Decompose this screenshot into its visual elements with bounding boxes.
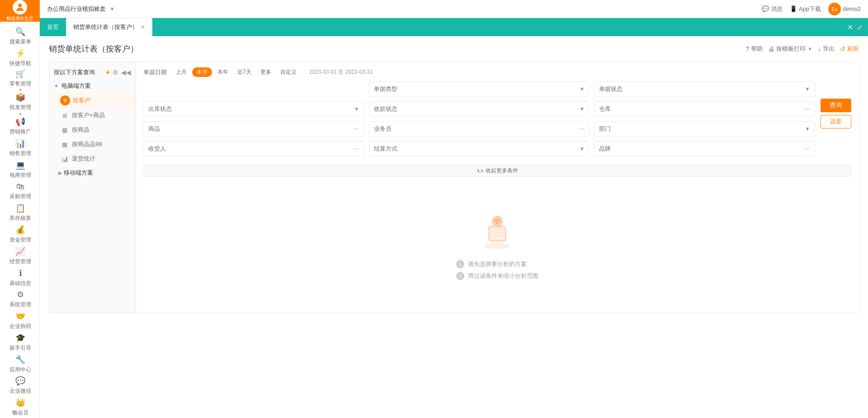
mobile-group-header[interactable]: ▶ 移动端方案	[49, 166, 136, 180]
sidebar-item-label: 系统管理	[9, 301, 31, 309]
sidebar-item-marketing[interactable]: 📢 营销推广	[0, 116, 40, 138]
sidebar-item-basic[interactable]: ℹ 基础信息	[0, 267, 40, 289]
topbar: 办公用品行业模拟账套 ▼ 💬 消息 📱 App下载 Ea demo2	[40, 0, 868, 18]
tab-close-icon[interactable]: ✕	[141, 24, 145, 30]
topbar-right: 💬 消息 📱 App下载 Ea demo2	[762, 3, 861, 15]
add-scheme-button[interactable]: +	[106, 68, 110, 76]
sidebar-item-quick-nav[interactable]: ⚡ 快捷导航	[0, 47, 40, 69]
template-print-button[interactable]: 🖨 按模板打印 ▼	[768, 45, 812, 53]
print-dropdown-icon[interactable]: ▼	[807, 46, 812, 52]
date-tab-custom[interactable]: 自定义	[277, 67, 300, 77]
settings-scheme-icon[interactable]: ⚙	[113, 69, 118, 76]
filter-warehouse[interactable]: 仓库 ···	[594, 101, 815, 117]
date-tabs: 上月 本月 本年 近7天 更多 自定义	[172, 67, 300, 77]
scheme-by-product-99[interactable]: ▦ 按商品品99	[49, 137, 136, 152]
date-tab-this-month[interactable]: 本月	[192, 67, 212, 77]
sidebar-item-newbie[interactable]: 🎓 新手引导	[0, 332, 40, 353]
tabbar: 首页 销货单统计表（按客户） ✕ ✕ ⤢	[40, 18, 868, 36]
dropdown-arrow-icon[interactable]: ▼	[109, 6, 115, 12]
message-button[interactable]: 💬 消息	[762, 5, 783, 13]
sidebar-item-ecommerce[interactable]: 💻 电商管理	[0, 159, 40, 180]
sidebar-item-search[interactable]: 🔍 搜索菜单	[0, 25, 40, 47]
help-label: 帮助	[751, 45, 763, 53]
brand-dots-icon[interactable]: ···	[804, 145, 810, 153]
filter-delivery-status[interactable]: 出库状态 ▼	[143, 101, 364, 117]
filter-salesperson[interactable]: 业务员 ···	[369, 121, 590, 137]
help-button[interactable]: ? 帮助	[745, 45, 763, 53]
sidebar-item-finance[interactable]: 💰 资金管理	[0, 223, 40, 245]
filter-brand[interactable]: 品牌 ···	[594, 141, 815, 157]
scheme-by-customer[interactable]: 客 按客户	[49, 93, 136, 108]
close-window-icon[interactable]: ✕	[847, 23, 853, 32]
scheme-return-stats[interactable]: 📊 退货统计	[49, 152, 136, 166]
consignee-dots-icon[interactable]: ···	[353, 145, 359, 153]
sidebar-item-purchase[interactable]: 🛍 采购管理	[0, 180, 40, 202]
sidebar-logo[interactable]: 畅捷通好生意	[0, 0, 40, 22]
receipt-status-dropdown[interactable]: ▼	[398, 106, 585, 112]
tip-2-number: 2	[456, 272, 464, 280]
sidebar-item-appstore[interactable]: 🔧 应用中心	[0, 353, 40, 375]
home-tab-label: 首页	[47, 23, 59, 31]
empty-tips-container: 1 请先选择要分析的方案 2 用过滤条件来缩小分析范围	[456, 260, 538, 280]
sidebar-item-operations[interactable]: 📈 经营管理	[0, 245, 40, 267]
filter-payment-method[interactable]: 结算方式 ▼	[369, 141, 590, 157]
date-tab-this-year[interactable]: 本年	[214, 67, 232, 77]
filter-consignee[interactable]: 收货人 ···	[143, 141, 364, 157]
sidebar-item-system[interactable]: ⚙ 系统管理	[0, 289, 40, 310]
delivery-status-arrow-icon: ▼	[354, 106, 359, 112]
page-title-text: 销货单统计表（按客户）	[49, 43, 138, 54]
delivery-status-dropdown[interactable]: ▼	[173, 106, 359, 112]
sidebar-item-sales[interactable]: 📊 销售管理	[0, 137, 40, 159]
scheme-by-product[interactable]: ▦ 按商品	[49, 123, 136, 137]
sidebar-item-inventory[interactable]: 📋 库存核算	[0, 202, 40, 224]
order-type-dropdown[interactable]: ▼	[398, 86, 585, 92]
avatar: Ea	[828, 3, 841, 15]
order-status-dropdown[interactable]: ▼	[623, 86, 810, 92]
filter-order-status[interactable]: 单据状态 ▼	[594, 81, 815, 97]
sidebar-item-wholesale[interactable]: 📦 批发管理 ▲	[0, 92, 40, 116]
app-download-button[interactable]: 📱 App下载	[790, 5, 821, 13]
settings-button[interactable]: 设置	[821, 115, 851, 128]
desktop-scheme-group: ▼ 电脑端方案 客 按客户 ⊞ 按客户+商品 ▦ 按商品	[49, 79, 136, 166]
warehouse-dots-icon[interactable]: ···	[804, 105, 810, 113]
svg-point-5	[495, 219, 497, 221]
product-dots-icon[interactable]: ···	[353, 125, 359, 133]
filter-department[interactable]: 部门 ▼	[594, 121, 815, 137]
account-selector[interactable]: 办公用品行业模拟账套	[47, 5, 106, 13]
search-icon: 🔍	[15, 27, 25, 37]
sidebar-item-member[interactable]: 👑 畅会员	[0, 396, 40, 418]
payment-method-dropdown[interactable]: ▼	[398, 146, 585, 152]
query-button[interactable]: 查询	[821, 99, 851, 112]
user-menu[interactable]: Ea demo2	[828, 3, 861, 15]
newbie-icon: 🎓	[15, 333, 25, 343]
sidebar-item-wechat[interactable]: 💬 企业微信	[0, 375, 40, 397]
right-panel: 单据日期 上月 本月 本年 近7天 更多 自定义 2023-03-01 至 20…	[136, 62, 859, 313]
operations-icon: 📈	[15, 247, 25, 256]
sidebar-item-enterprise[interactable]: 🤝 企业协同	[0, 310, 40, 332]
filter-receipt-status[interactable]: 收款状态 ▼	[369, 101, 590, 117]
export-button[interactable]: ↓ 导出	[818, 45, 835, 53]
scheme-by-customer-product[interactable]: ⊞ 按客户+商品	[49, 108, 136, 123]
filter-product[interactable]: 商品 ···	[143, 121, 364, 137]
filter-row-1: 单据类型 ▼ 单据状态 ▼	[143, 81, 815, 97]
filter-and-actions: 单据类型 ▼ 单据状态 ▼	[143, 81, 851, 161]
fullscreen-icon[interactable]: ⤢	[857, 23, 863, 32]
tab-sales-stats[interactable]: 销货单统计表（按客户） ✕	[66, 18, 152, 36]
sidebar-item-retail[interactable]: 🛒 零售管理 ▼	[0, 69, 40, 92]
collapse-panel-icon[interactable]: ◀◀	[121, 69, 131, 76]
collapse-filters-bar[interactable]: ∧∧ 收起更多条件	[143, 165, 851, 177]
template-print-label: 按模板打印	[776, 45, 806, 53]
refresh-button[interactable]: ↺ 刷新	[840, 45, 859, 53]
inventory-icon: 📋	[15, 203, 25, 213]
desktop-group-header[interactable]: ▼ 电脑端方案	[49, 79, 136, 93]
collapse-up-icon: ∧∧	[476, 168, 484, 174]
date-tab-more[interactable]: 更多	[257, 67, 275, 77]
date-tab-last-month[interactable]: 上月	[172, 67, 190, 77]
tab-home[interactable]: 首页	[40, 18, 66, 36]
sidebar-item-label: 采购管理	[9, 193, 31, 200]
department-dropdown[interactable]: ▼	[621, 126, 810, 132]
date-tab-last-7-days[interactable]: 近7天	[234, 67, 255, 77]
salesperson-dots-icon[interactable]: ···	[579, 125, 585, 133]
filter-order-type[interactable]: 单据类型 ▼	[369, 81, 590, 97]
page-header: 销货单统计表（按客户） ? 帮助 🖨 按模板打印 ▼ ↓ 导出 ↺ 刷新	[49, 43, 859, 54]
